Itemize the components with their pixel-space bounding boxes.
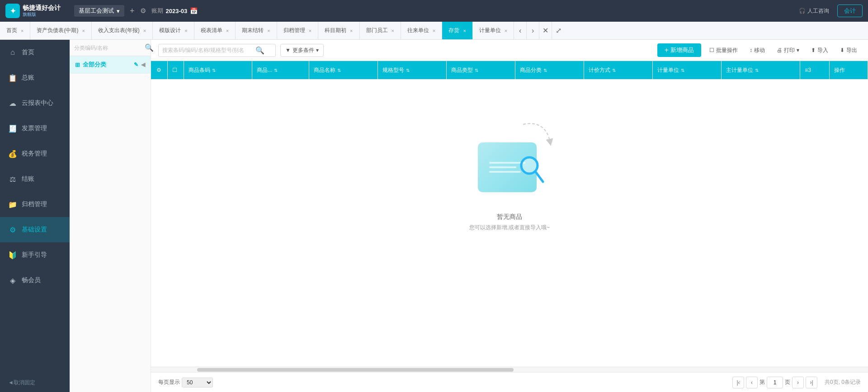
tab-subject-close[interactable]: × bbox=[350, 28, 353, 33]
tax-icon: 💰 bbox=[8, 150, 17, 158]
th-name[interactable]: 商品名称 ⇅ bbox=[309, 61, 378, 79]
tab-subject[interactable]: 科目期初 × bbox=[318, 22, 359, 40]
sidebar-item-archive[interactable]: 📁 归档管理 bbox=[0, 192, 70, 217]
sidebar-close-label: 结账 bbox=[22, 175, 34, 183]
tab-income-close[interactable]: × bbox=[143, 28, 146, 33]
batch-icon: ☐ bbox=[709, 47, 714, 53]
sidebar-item-guide[interactable]: 🔰 新手引导 bbox=[0, 242, 70, 268]
add-product-button[interactable]: + 新增商品 bbox=[657, 43, 701, 57]
first-page-btn[interactable]: |‹ bbox=[732, 377, 744, 388]
empty-row: 暂无商品 您可以选择新增,或者直接导入哦~ bbox=[151, 79, 868, 268]
tab-related-close[interactable]: × bbox=[433, 28, 435, 33]
add-label: 新增商品 bbox=[670, 46, 694, 54]
sidebar-item-basic[interactable]: ⚙ 基础设置 bbox=[0, 217, 70, 242]
tab-archive[interactable]: 归档管理 × bbox=[277, 22, 318, 40]
th-main-unit[interactable]: 主计量单位 ⇅ bbox=[721, 61, 800, 79]
tab-inventory-close[interactable]: × bbox=[463, 28, 466, 33]
edit-icon[interactable]: ✎ bbox=[134, 61, 138, 68]
category-all[interactable]: ⊞ 全部分类 ✎ ◀ bbox=[70, 56, 151, 74]
tab-close-all-btn[interactable]: ✕ bbox=[539, 22, 552, 40]
move-action-btn[interactable]: ↕ 移动 bbox=[746, 44, 769, 57]
sidebar-item-close[interactable]: ⚖ 结账 bbox=[0, 166, 70, 192]
sidebar-item-member[interactable]: ◈ 畅会员 bbox=[0, 268, 70, 293]
tab-template-close[interactable]: × bbox=[184, 28, 187, 33]
th-category[interactable]: 商品分类 ⇅ bbox=[515, 61, 584, 79]
tab-balance-close[interactable]: × bbox=[82, 28, 85, 33]
th-type[interactable]: 商品类型 ⇅ bbox=[447, 61, 515, 79]
sidebar-item-invoice[interactable]: 🧾 发票管理 bbox=[0, 116, 70, 141]
th-settings[interactable]: ⚙ bbox=[151, 61, 167, 79]
tab-period-close-icon[interactable]: × bbox=[267, 28, 270, 33]
filter-button[interactable]: ▼ 更多条件 ▾ bbox=[280, 44, 324, 57]
tab-template[interactable]: 模版设计 × bbox=[153, 22, 194, 40]
print-action-btn[interactable]: 🖨 打印 ▾ bbox=[773, 44, 803, 57]
import-action-btn[interactable]: ⬆ 导入 bbox=[807, 44, 832, 57]
tab-next-btn[interactable]: › bbox=[527, 22, 539, 40]
horizontal-scrollbar[interactable] bbox=[151, 367, 868, 372]
page-input[interactable] bbox=[767, 377, 783, 388]
th-category-label: 商品分类 bbox=[520, 66, 542, 74]
search-input[interactable] bbox=[162, 47, 253, 53]
tab-home-label: 首页 bbox=[6, 27, 17, 34]
help-button[interactable]: 🎧 人工咨询 bbox=[795, 5, 833, 17]
collapse-icon[interactable]: ◀ bbox=[141, 61, 145, 68]
sidebar-item-home[interactable]: ⌂ 首页 bbox=[0, 40, 70, 65]
tab-archive-close[interactable]: × bbox=[309, 28, 311, 33]
tab-home-close[interactable]: × bbox=[21, 28, 24, 33]
tab-home[interactable]: 首页 × bbox=[0, 22, 30, 40]
calendar-icon[interactable]: 📅 bbox=[190, 7, 198, 14]
tab-tax-close[interactable]: × bbox=[226, 28, 229, 33]
products-table: ⚙ ☐ 商品条码 ⇅ 商品... bbox=[151, 61, 868, 268]
tab-bar: 首页 × 资产负债表(中期) × 收入支出表(年报) × 模版设计 × 税表清单… bbox=[0, 22, 868, 40]
th-col3[interactable]: ≡3 bbox=[800, 61, 830, 79]
prev-page-btn[interactable]: ‹ bbox=[746, 377, 758, 388]
empty-title: 暂无商品 bbox=[497, 213, 522, 221]
batch-action-btn[interactable]: ☐ 批量操作 bbox=[706, 44, 741, 57]
sort-category-icon: ⇅ bbox=[543, 68, 547, 73]
next-page-btn[interactable]: › bbox=[792, 377, 804, 388]
tab-unit-close[interactable]: × bbox=[505, 28, 507, 33]
category-search-input[interactable] bbox=[74, 45, 142, 51]
tab-dept-close[interactable]: × bbox=[392, 28, 394, 33]
th-spec[interactable]: 规格型号 ⇅ bbox=[378, 61, 447, 79]
th-check[interactable]: ☐ bbox=[167, 61, 184, 79]
th-price-method[interactable]: 计价方式 ⇅ bbox=[584, 61, 652, 79]
export-action-btn[interactable]: ⬇ 导出 bbox=[836, 44, 861, 57]
scrollbar-thumb[interactable] bbox=[197, 368, 514, 372]
sidebar-item-ledger[interactable]: 📋 总账 bbox=[0, 65, 70, 90]
home-icon: ⌂ bbox=[8, 48, 17, 57]
account-button[interactable]: 会计 bbox=[837, 5, 863, 17]
main-layout: ⌂ 首页 📋 总账 ☁ 云报表中心 🧾 发票管理 💰 税务管理 ⚖ 结账 📁 归… bbox=[0, 40, 868, 392]
th-unit[interactable]: 计量单位 ⇅ bbox=[652, 61, 721, 79]
cancel-fixed-btn[interactable]: ◄取消固定 bbox=[0, 373, 70, 392]
company-selector[interactable]: 基层工会测试 ▾ bbox=[74, 5, 124, 17]
tab-unit-label: 计量单位 bbox=[479, 27, 501, 34]
tab-period-label: 期末结转 bbox=[242, 27, 264, 34]
tab-income[interactable]: 收入支出表(年报) × bbox=[92, 22, 153, 40]
sidebar-item-cloud-report[interactable]: ☁ 云报表中心 bbox=[0, 90, 70, 116]
tab-period-close[interactable]: 期末结转 × bbox=[236, 22, 277, 40]
th-barcode[interactable]: 商品条码 ⇅ bbox=[184, 61, 252, 79]
sidebar-ledger-label: 总账 bbox=[22, 74, 34, 82]
add-icon[interactable]: + bbox=[130, 6, 135, 16]
tab-balance-sheet[interactable]: 资产负债表(中期) × bbox=[30, 22, 91, 40]
add-icon-btn: + bbox=[665, 46, 669, 54]
tab-unit[interactable]: 计量单位 × bbox=[473, 22, 514, 40]
th-code[interactable]: 商品... ⇅ bbox=[252, 61, 309, 79]
settings-icon[interactable]: ⚙ bbox=[140, 7, 146, 15]
tab-tax[interactable]: 税表清单 × bbox=[194, 22, 236, 40]
logo-text-wrap: 畅捷通好会计 旗舰版 bbox=[23, 4, 61, 18]
tab-dept[interactable]: 部门员工 × bbox=[360, 22, 401, 40]
tab-expand-btn[interactable]: ⤢ bbox=[552, 22, 565, 40]
tab-prev-btn[interactable]: ‹ bbox=[514, 22, 527, 40]
last-page-btn[interactable]: ›| bbox=[806, 377, 817, 388]
search-submit-icon[interactable]: 🔍 bbox=[255, 46, 264, 55]
sidebar-tax-label: 税务管理 bbox=[22, 150, 47, 158]
sidebar-item-tax[interactable]: 💰 税务管理 bbox=[0, 141, 70, 166]
tab-related[interactable]: 往来单位 × bbox=[401, 22, 442, 40]
tab-inventory[interactable]: 存货 × bbox=[442, 22, 472, 40]
right-content: 🔍 ▼ 更多条件 ▾ + 新增商品 ☐ 批量操作 bbox=[151, 40, 868, 392]
tab-balance-label: 资产负债表(中期) bbox=[37, 27, 78, 34]
per-page-select[interactable]: 50 10 20 100 bbox=[182, 378, 213, 387]
tab-subject-label: 科目期初 bbox=[325, 27, 346, 34]
